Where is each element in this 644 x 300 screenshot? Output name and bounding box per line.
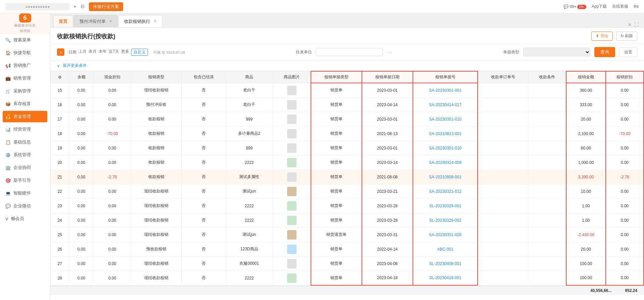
- cell-receipt-order-no: [478, 256, 528, 271]
- cell-goods: 2222: [225, 155, 273, 170]
- tab-prepay-close[interactable]: ✕: [109, 19, 112, 24]
- cell-balance: 0.00: [69, 170, 94, 184]
- date-this-month[interactable]: 本月: [89, 49, 97, 56]
- sidebar-item-sales[interactable]: 💼 销售管理: [0, 72, 50, 85]
- sidebar-item-shortcut[interactable]: 🏠 快捷导航: [0, 46, 50, 59]
- cell-balance: 0.00: [69, 213, 94, 227]
- filter-expand-more[interactable]: ∨ 展开更多条件: [50, 61, 644, 71]
- user-name[interactable]: Rit: [634, 4, 639, 9]
- date-last-month[interactable]: 上月: [78, 49, 87, 56]
- tab-collection[interactable]: 收款核销执行 ✕: [118, 15, 162, 27]
- sidebar-label-guide: 新手引导: [13, 177, 31, 183]
- date-this-year[interactable]: 本年: [99, 49, 107, 56]
- cell-include-settled: 否: [181, 126, 225, 141]
- sidebar-item-finance[interactable]: 💰 资金管理: [3, 111, 47, 122]
- sidebar-item-enterprise[interactable]: 🏢 企业协同: [0, 161, 50, 174]
- search-icon: 🔍: [5, 38, 11, 43]
- cell-no: 27: [51, 256, 69, 271]
- cell-balance: 0.00: [69, 126, 94, 141]
- tab-expand-icon[interactable]: ⛶: [634, 22, 639, 27]
- sidebar-item-wechat[interactable]: 💬 企业微信: [0, 200, 50, 212]
- cell-cancel-discount: 0.00: [606, 213, 644, 227]
- app-download-link[interactable]: App下载: [592, 4, 607, 9]
- cell-cancel-bill-date: 2023-04-18: [362, 271, 413, 285]
- cell-cash-discount: 0.00: [94, 155, 131, 170]
- date-more[interactable]: 更多: [121, 49, 129, 56]
- cell-receipt-condition: [528, 199, 566, 213]
- cell-cancel-bill-no[interactable]: SA-20230301-010: [413, 141, 478, 155]
- date-custom[interactable]: 自定义: [131, 49, 148, 56]
- cell-cancel-type: 现结收款核销: [131, 256, 182, 271]
- col-cancel-bill-no: 核销单据号: [413, 71, 478, 83]
- cell-cancel-bill-no[interactable]: SA-20230301-010: [413, 112, 478, 126]
- cell-cancel-amount: 60.00: [566, 141, 606, 155]
- cell-cancel-bill-no[interactable]: SA-20210813-001: [413, 126, 478, 141]
- sidebar-item-marketing[interactable]: 📢 营销推广: [0, 59, 50, 72]
- cell-cancel-bill-no[interactable]: SL-20230418-001: [413, 271, 478, 285]
- tab-home[interactable]: 首页: [53, 15, 73, 27]
- cell-cancel-bill-no[interactable]: SA-20230321-012: [413, 184, 478, 199]
- sidebar-item-inventory[interactable]: 📦 库存核算: [0, 97, 50, 110]
- settings-btn[interactable]: 设置: [619, 47, 637, 57]
- cart-icon: 🛒: [5, 89, 11, 94]
- cell-cancel-amount: 20.00: [566, 112, 606, 126]
- cell-cancel-bill-no[interactable]: SA-20230331-026: [413, 227, 478, 242]
- cell-cancel-bill-no[interactable]: SA-20230301-001: [413, 83, 478, 97]
- bill-type-select[interactable]: [523, 48, 590, 56]
- online-service-link[interactable]: 在线客服: [612, 4, 628, 9]
- cell-cancel-bill-no[interactable]: ABC-001: [413, 242, 478, 256]
- cell-cancel-bill-no[interactable]: SA-20230314-008: [413, 155, 478, 170]
- tab-prepay[interactable]: 预付冲应付单 ✕: [74, 15, 118, 27]
- cell-cash-discount: 0.00: [94, 199, 131, 213]
- sidebar-label-finance: 资金管理: [13, 114, 31, 120]
- tab-close-window-icon[interactable]: ✕: [628, 22, 632, 27]
- sidebar-item-system[interactable]: ⚙️ 系统管理: [0, 148, 50, 161]
- col-settings[interactable]: ⚙: [51, 71, 69, 83]
- sidebar-item-basic[interactable]: 📋 基础信息: [0, 136, 50, 148]
- table-row: 28 0.00 0.00 现结收款核销 否 2222 销货单 2023-04-1…: [51, 271, 644, 285]
- cell-cancel-amount: 20.00: [566, 242, 606, 256]
- cell-cancel-discount: 0.00: [606, 184, 644, 199]
- cell-goods: 测试多属性: [225, 170, 273, 184]
- cell-cancel-type: 现结收款核销: [131, 271, 182, 285]
- cell-cancel-bill-type: 销货单: [311, 170, 362, 184]
- cell-receipt-order-no: [478, 184, 528, 199]
- cell-cancel-bill-no[interactable]: SL-20230328-002: [413, 213, 478, 227]
- cell-include-settled: 否: [181, 170, 225, 184]
- sidebar-item-member[interactable]: V 畅会员: [0, 212, 50, 225]
- cell-cancel-bill-no[interactable]: SA-20210808-001: [413, 170, 478, 184]
- sidebar-item-search[interactable]: 🔍 搜索菜单: [0, 34, 50, 46]
- tab-collection-close[interactable]: ✕: [154, 19, 157, 24]
- sidebar-item-hardware[interactable]: 💻 智能硬件: [0, 187, 50, 200]
- message-icon[interactable]: 💬 99+99+: [564, 4, 586, 9]
- cell-goods-img: [273, 141, 311, 155]
- cell-cancel-bill-no[interactable]: SL-20230328-001: [413, 199, 478, 213]
- nav-chevron-down-icon[interactable]: ▾: [74, 4, 76, 9]
- refresh-btn[interactable]: ↻ 刷新: [616, 32, 637, 41]
- cell-receipt-condition: [528, 126, 566, 141]
- box-icon: 📦: [5, 101, 11, 106]
- sidebar-item-purchase[interactable]: 🛒 采购管理: [0, 85, 50, 97]
- date-7days[interactable]: 近7天: [109, 49, 119, 56]
- cell-cancel-bill-date: 2021-08-08: [362, 170, 413, 184]
- query-btn[interactable]: 查询: [594, 47, 615, 57]
- cell-cancel-bill-no[interactable]: SL-20230408-001: [413, 256, 478, 271]
- cell-cancel-bill-type: 销货单: [311, 184, 362, 199]
- cell-cancel-type: 现结收款核销: [131, 213, 182, 227]
- cell-cancel-bill-no[interactable]: SA-20230414-017: [413, 97, 478, 112]
- cell-no: 17: [51, 112, 69, 126]
- sidebar-item-guide[interactable]: 🎯 新手引导: [0, 174, 50, 187]
- from-unit-input[interactable]: [316, 48, 383, 56]
- industry-btn[interactable]: 休验行业方案: [89, 2, 123, 11]
- gear-icon[interactable]: ⚙: [80, 3, 85, 10]
- sidebar-item-operation[interactable]: 📊 经营管理: [0, 123, 50, 136]
- filter-expand-btn[interactable]: »: [57, 48, 64, 56]
- cell-receipt-condition: [528, 97, 566, 112]
- cell-receipt-order-no: [478, 227, 528, 242]
- cell-no: 28: [51, 271, 69, 285]
- export-btn[interactable]: ⬆ 导出: [591, 32, 612, 41]
- table-row: 22 0.00 0.00 现结收款核销 否 测试jun 销货单 2023-03-…: [51, 184, 644, 199]
- table-header-row: ⚙ 余额 现金折扣 核销类型 包含已结清 商品 商品图片 核销单据类型 核销单据…: [51, 71, 644, 83]
- cell-goods: 2222: [225, 271, 273, 285]
- sidebar-label-system: 系统管理: [13, 152, 31, 158]
